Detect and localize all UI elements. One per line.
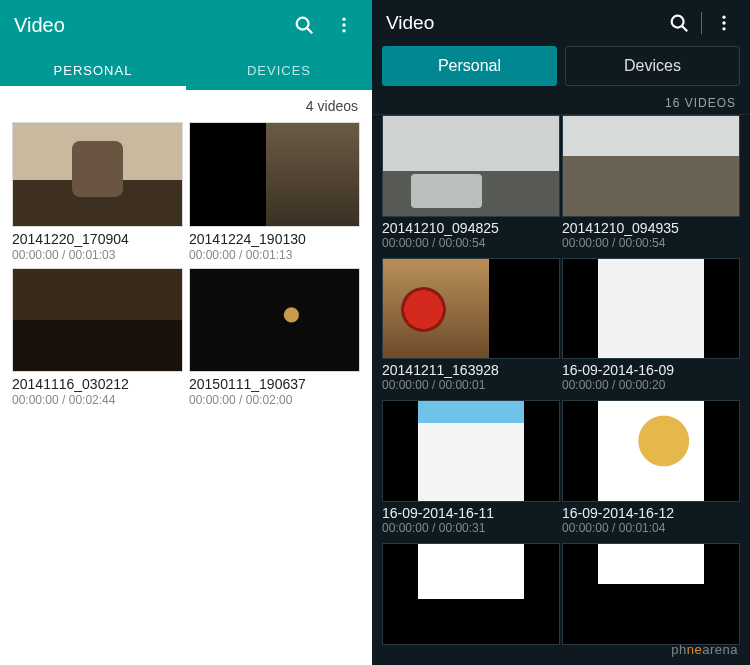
video-time: 00:00:00 / 00:01:03 xyxy=(12,248,183,262)
svg-point-9 xyxy=(722,27,725,30)
video-name: 20141210_094825 xyxy=(382,220,560,236)
video-grid: 20141210_094825 00:00:00 / 00:00:54 2014… xyxy=(372,115,750,651)
video-item[interactable] xyxy=(562,543,740,651)
search-button[interactable] xyxy=(284,5,324,45)
more-vert-icon xyxy=(334,15,354,35)
video-item[interactable]: 16-09-2014-16-09 00:00:00 / 00:00:20 xyxy=(562,258,740,399)
video-thumbnail xyxy=(382,258,560,360)
svg-point-4 xyxy=(342,29,345,32)
svg-point-7 xyxy=(722,16,725,19)
watermark-text: arena xyxy=(702,642,738,657)
search-icon xyxy=(668,12,690,34)
video-time: 00:00:00 / 00:00:20 xyxy=(562,378,740,392)
video-item[interactable]: 20150111_190637 00:00:00 / 00:02:00 xyxy=(189,268,360,408)
video-thumbnail xyxy=(382,400,560,502)
video-time: 00:00:00 / 00:00:54 xyxy=(562,236,740,250)
svg-point-0 xyxy=(297,18,309,30)
tab-bar: PERSONAL DEVICES xyxy=(0,50,372,90)
video-name: 20150111_190637 xyxy=(189,376,360,392)
video-thumbnail xyxy=(189,268,360,373)
tab-personal[interactable]: Personal xyxy=(382,46,557,86)
more-vert-icon xyxy=(714,13,734,33)
video-name: 20141210_094935 xyxy=(562,220,740,236)
overflow-menu-button[interactable] xyxy=(704,3,744,43)
svg-point-5 xyxy=(672,16,684,28)
video-app-screen-right: Video Personal Devices 16 VIDEOS 2014121… xyxy=(372,0,750,665)
video-time: 00:00:00 / 00:00:01 xyxy=(382,378,560,392)
video-thumbnail xyxy=(562,543,740,645)
video-name: 16-09-2014-16-12 xyxy=(562,505,740,521)
header-divider xyxy=(701,12,702,34)
tab-devices[interactable]: DEVICES xyxy=(186,50,372,90)
header-top-row: Video xyxy=(372,0,750,46)
video-thumbnail xyxy=(189,122,360,227)
video-item[interactable]: 20141211_163928 00:00:00 / 00:00:01 xyxy=(382,258,560,399)
video-thumbnail xyxy=(562,115,740,217)
video-grid: 20141220_170904 00:00:00 / 00:01:03 2014… xyxy=(0,118,372,411)
overflow-menu-button[interactable] xyxy=(324,5,364,45)
video-app-screen-left: Video PERSONAL DEVICES 4 videos 20141220… xyxy=(0,0,372,665)
search-icon xyxy=(293,14,315,36)
svg-point-3 xyxy=(342,23,345,26)
tab-personal[interactable]: PERSONAL xyxy=(0,50,186,90)
video-thumbnail xyxy=(12,122,183,227)
video-name: 16-09-2014-16-11 xyxy=(382,505,560,521)
video-item[interactable]: 20141224_190130 00:00:00 / 00:01:13 xyxy=(189,122,360,262)
video-item[interactable] xyxy=(382,543,560,651)
video-item[interactable]: 20141116_030212 00:00:00 / 00:02:44 xyxy=(12,268,183,408)
svg-point-2 xyxy=(342,18,345,21)
video-name: 16-09-2014-16-09 xyxy=(562,362,740,378)
svg-point-8 xyxy=(722,21,725,24)
video-thumbnail xyxy=(382,543,560,645)
watermark-accent: ne xyxy=(687,642,702,657)
video-count-label: 16 VIDEOS xyxy=(372,92,750,115)
app-title: Video xyxy=(386,12,659,34)
app-header: Video PERSONAL DEVICES xyxy=(0,0,372,90)
tab-devices[interactable]: Devices xyxy=(565,46,740,86)
video-time: 00:00:00 / 00:02:00 xyxy=(189,393,360,407)
svg-line-6 xyxy=(682,26,687,31)
video-name: 20141220_170904 xyxy=(12,231,183,247)
video-item[interactable]: 20141210_094935 00:00:00 / 00:00:54 xyxy=(562,115,740,256)
video-count-label: 4 videos xyxy=(0,90,372,118)
watermark: phnearena xyxy=(671,642,738,657)
video-item[interactable]: 16-09-2014-16-12 00:00:00 / 00:01:04 xyxy=(562,400,740,541)
video-time: 00:00:00 / 00:01:13 xyxy=(189,248,360,262)
video-thumbnail xyxy=(562,400,740,502)
video-name: 20141211_163928 xyxy=(382,362,560,378)
video-name: 20141116_030212 xyxy=(12,376,183,392)
video-time: 00:00:00 / 00:00:31 xyxy=(382,521,560,535)
svg-line-1 xyxy=(307,28,312,33)
video-name: 20141224_190130 xyxy=(189,231,360,247)
video-thumbnail xyxy=(12,268,183,373)
video-item[interactable]: 20141210_094825 00:00:00 / 00:00:54 xyxy=(382,115,560,256)
video-time: 00:00:00 / 00:00:54 xyxy=(382,236,560,250)
app-header: Video Personal Devices xyxy=(372,0,750,92)
tab-bar: Personal Devices xyxy=(372,46,750,92)
app-title: Video xyxy=(14,14,284,37)
video-time: 00:00:00 / 00:01:04 xyxy=(562,521,740,535)
video-thumbnail xyxy=(562,258,740,360)
video-item[interactable]: 16-09-2014-16-11 00:00:00 / 00:00:31 xyxy=(382,400,560,541)
video-item[interactable]: 20141220_170904 00:00:00 / 00:01:03 xyxy=(12,122,183,262)
watermark-text: ph xyxy=(671,642,686,657)
video-thumbnail xyxy=(382,115,560,217)
search-button[interactable] xyxy=(659,3,699,43)
video-time: 00:00:00 / 00:02:44 xyxy=(12,393,183,407)
header-top-row: Video xyxy=(0,0,372,50)
